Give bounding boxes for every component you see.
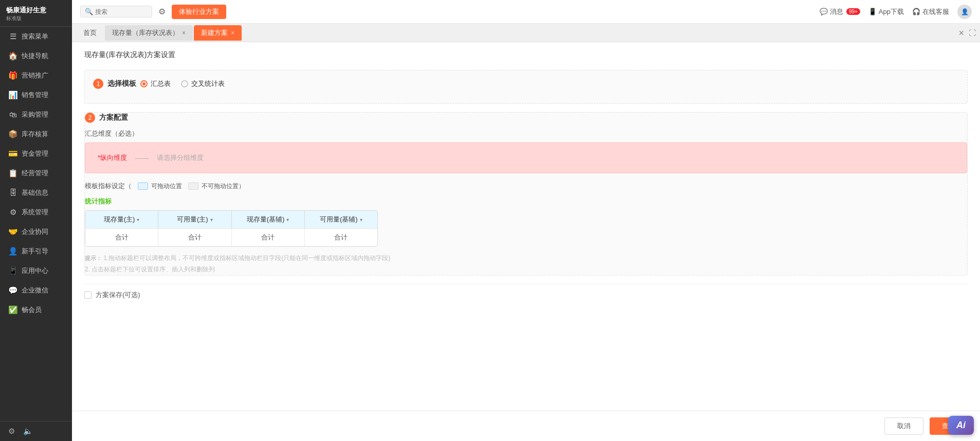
expand-window-icon[interactable]: ⛶: [969, 29, 976, 37]
sidebar-item-inventory[interactable]: 📦 库存核算: [0, 124, 72, 144]
purchase-icon: 🛍: [8, 110, 17, 119]
indicator-not-draggable-item: 不可拖动位置）: [188, 182, 245, 191]
search-box[interactable]: 🔍: [80, 6, 152, 17]
enterprise-icon: 🤝: [8, 227, 17, 236]
finance-icon: 💳: [8, 149, 17, 158]
indicator-row: 模板指标设定（ 可拖动位置 不可拖动位置）: [85, 181, 967, 191]
dimension-placeholder: 请选择分组维度: [157, 153, 204, 162]
sidebar-item-basic-info[interactable]: 🗄 基础信息: [0, 183, 72, 203]
stats-table: 现存量(主) ▾ 可用量(主) ▾ 现存量(基辅) ▾ 可用量(基辅) ▾: [85, 210, 378, 247]
app-download-label: App下载: [879, 7, 904, 16]
app-download-item[interactable]: 📱 App下载: [868, 7, 904, 16]
footer-bar: 取消 查询: [72, 411, 980, 441]
app-center-icon: 📱: [8, 266, 17, 275]
sidebar-item-label: 搜索菜单: [22, 32, 48, 41]
cell-0-0: 合计: [85, 229, 158, 246]
sidebar-item-new-guide[interactable]: 👤 新手引导: [0, 242, 72, 261]
tips-area: 提示： 1.拖动标题栏可以调整布局，不可跨维度或指标区域拖动栏目字段(只能在同一…: [85, 253, 967, 275]
sidebar-item-system[interactable]: ⚙ 系统管理: [0, 203, 72, 222]
table-header-3[interactable]: 可用量(基辅) ▾: [305, 211, 377, 228]
page-title: 现存量(库存状况表)方案设置: [84, 50, 968, 60]
sidebar-item-label: 企业微信: [22, 286, 48, 295]
content-area: 现存量(库存状况表)方案设置 1 选择模板 汇总表 交叉统计表: [72, 42, 980, 411]
table-row: 合计 合计 合计 合计: [85, 228, 377, 246]
stats-title: 统计指标: [85, 197, 967, 206]
dimension-dash: ——: [135, 154, 149, 162]
step2-badge: 2: [85, 113, 95, 123]
table-header-1[interactable]: 可用量(主) ▾: [158, 211, 231, 228]
sidebar-item-label: 快捷导航: [22, 51, 48, 61]
sidebar-item-sales[interactable]: 📊 销售管理: [0, 85, 72, 105]
sidebar-item-purchase[interactable]: 🛍 采购管理: [0, 105, 72, 124]
topbar: 🔍 ⚙ 体验行业方案 💬 消息 99+ 📱 App下载 🎧 在线客服 👤: [72, 0, 980, 24]
radio-cross[interactable]: 交叉统计表: [181, 79, 225, 88]
sidebar-item-operations[interactable]: 📋 经营管理: [0, 163, 72, 183]
close-window-icon[interactable]: ✕: [958, 29, 965, 37]
tab-close-icon[interactable]: ×: [182, 29, 186, 36]
sidebar-item-label: 库存核算: [22, 130, 48, 139]
tab-inventory-label: 现存量（库存状况表）: [112, 28, 179, 38]
sidebar-item-label: 畅会员: [22, 305, 42, 315]
step1-title: 选择模板: [107, 79, 136, 88]
settings-icon[interactable]: ⚙: [8, 427, 15, 436]
step1-section: 1 选择模板 汇总表 交叉统计表: [84, 70, 968, 104]
online-service-item[interactable]: 🎧 在线客服: [912, 7, 949, 16]
system-icon: ⚙: [8, 208, 17, 217]
app-edition: 标准版: [6, 15, 66, 22]
sidebar-item-quick-nav[interactable]: 🏠 快捷导航: [0, 46, 72, 66]
sidebar-bottom: ⚙ 🔈: [0, 421, 72, 441]
tab-inventory-status[interactable]: 现存量（库存状况表） ×: [105, 25, 193, 41]
sidebar: 畅康通好生意 标准版 ☰ 搜索菜单 🏠 快捷导航 🎁 营销推广 📊 销售管理 🛍…: [0, 0, 72, 441]
sound-icon[interactable]: 🔈: [23, 427, 33, 436]
dimension-area[interactable]: *纵向维度 —— 请选择分组维度: [85, 142, 967, 173]
cell-0-3: 合计: [305, 229, 377, 246]
save-checkbox[interactable]: [84, 291, 92, 299]
member-icon: ✅: [8, 305, 17, 315]
sidebar-item-search-menu[interactable]: ☰ 搜索菜单: [0, 27, 72, 46]
messages-item[interactable]: 💬 消息 99+: [820, 7, 860, 16]
draggable-label: 可拖动位置: [151, 182, 182, 191]
sidebar-item-enterprise[interactable]: 🤝 企业协同: [0, 222, 72, 242]
not-draggable-box: [188, 182, 198, 190]
sidebar-item-label: 新手引导: [22, 247, 48, 256]
sidebar-item-label: 资金管理: [22, 149, 48, 158]
operations-icon: 📋: [8, 169, 17, 178]
avatar[interactable]: 👤: [957, 5, 972, 19]
sidebar-item-label: 销售管理: [22, 90, 48, 100]
ai-float-button[interactable]: Ai: [948, 416, 974, 435]
sidebar-item-app-center[interactable]: 📱 应用中心: [0, 261, 72, 281]
search-input[interactable]: [95, 8, 147, 15]
sidebar-item-marketing[interactable]: 🎁 营销推广: [0, 66, 72, 85]
guide-icon: 👤: [8, 247, 17, 256]
summary-dimension-label: 汇总维度（必选）: [85, 129, 967, 138]
chevron-down-icon-2: ▾: [286, 217, 289, 223]
cancel-button[interactable]: 取消: [884, 417, 923, 435]
headphone-icon: 🎧: [912, 8, 920, 15]
sidebar-item-wechat[interactable]: 💬 企业微信: [0, 281, 72, 300]
template-radio-group: 汇总表 交叉统计表: [140, 79, 225, 88]
inventory-icon: 📦: [8, 130, 17, 139]
sidebar-nav: ☰ 搜索菜单 🏠 快捷导航 🎁 营销推广 📊 销售管理 🛍 采购管理 📦 库存核…: [0, 27, 72, 421]
settings-gear-icon[interactable]: ⚙: [158, 7, 166, 16]
tab-new-plan[interactable]: 新建方案 ×: [194, 25, 242, 41]
sidebar-item-finance[interactable]: 💳 资金管理: [0, 144, 72, 163]
table-header-row: 现存量(主) ▾ 可用量(主) ▾ 现存量(基辅) ▾ 可用量(基辅) ▾: [85, 211, 377, 228]
tab-home[interactable]: 首页: [76, 25, 104, 41]
sales-icon: 📊: [8, 90, 17, 100]
phone-icon: 📱: [868, 8, 877, 15]
trial-btn[interactable]: 体验行业方案: [172, 5, 226, 19]
save-label: 方案保存(可选): [96, 290, 140, 300]
tab-new-plan-label: 新建方案: [201, 28, 228, 38]
radio-summary[interactable]: 汇总表: [140, 79, 171, 88]
window-controls: ✕ ⛶: [958, 29, 980, 37]
tab-new-plan-close-icon[interactable]: ×: [231, 29, 234, 36]
sidebar-item-member[interactable]: ✅ 畅会员: [0, 300, 72, 320]
step1-badge: 1: [93, 79, 103, 89]
home-icon: 🏠: [8, 51, 17, 61]
table-header-0[interactable]: 现存量(主) ▾: [85, 211, 158, 228]
table-header-2[interactable]: 现存量(基辅) ▾: [232, 211, 305, 228]
sidebar-item-label: 系统管理: [22, 208, 48, 217]
radio-summary-label: 汇总表: [151, 79, 171, 88]
step2-header: 2 方案配置: [85, 113, 967, 123]
radio-summary-circle: [140, 80, 148, 87]
